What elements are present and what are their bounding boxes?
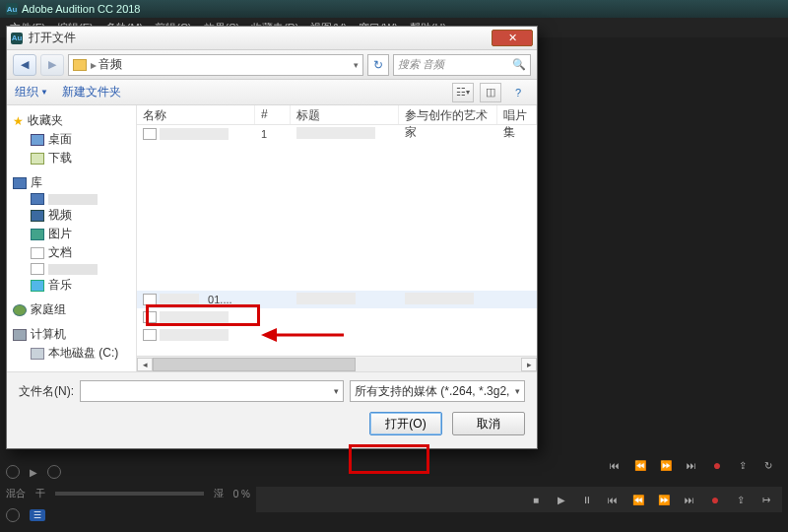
record2-icon[interactable]: ●: [709, 494, 721, 505]
dialog-address-bar: ◀ ▶ ▸ 音频 ▾ ↻ 搜索 音频 🔍: [7, 50, 537, 80]
rw2-icon[interactable]: ⏪: [632, 494, 644, 505]
dialog-close-button[interactable]: ✕: [492, 30, 533, 46]
prev-marker-icon[interactable]: ⏮: [609, 459, 621, 471]
documents-icon: [31, 247, 44, 259]
nav-lib-hidden2[interactable]: [13, 262, 136, 276]
dialog-toolbar: 组织▼ 新建文件夹 ☷▾ ◫ ?: [7, 80, 537, 105]
star-icon: ★: [13, 114, 24, 128]
nav-pane: ★收藏夹 桌面 下载 库 视频 图片 文档 音乐 家庭组 计算机 本地磁盘 (C…: [7, 105, 137, 371]
desktop-icon: [31, 134, 44, 146]
next2-icon[interactable]: ⏭: [684, 494, 695, 505]
transport-bar: ■ ▶ ⏸ ⏮ ⏪ ⏩ ⏭ ● ⇪ ↦: [256, 487, 782, 512]
file-icon: [143, 311, 157, 323]
breadcrumb-sep-icon: ▸: [91, 58, 97, 72]
nav-desktop[interactable]: 桌面: [13, 130, 136, 149]
nav-back-button[interactable]: ◀: [13, 54, 36, 76]
nav-videos[interactable]: 视频: [13, 206, 136, 225]
open-button[interactable]: 打开(O): [369, 412, 442, 435]
loop-icon[interactable]: [47, 465, 61, 479]
export-icon[interactable]: ⇪: [737, 459, 749, 471]
horizontal-scrollbar[interactable]: ◂ ▸: [137, 356, 537, 371]
address-dropdown-icon[interactable]: ▾: [354, 60, 359, 70]
skip-icon[interactable]: ↦: [760, 494, 772, 505]
nav-favorites[interactable]: ★收藏夹: [13, 111, 136, 130]
folder-icon: [73, 59, 87, 71]
file-icon: [143, 128, 157, 140]
nav-documents[interactable]: 文档: [13, 243, 136, 262]
nav-downloads[interactable]: 下载: [13, 149, 136, 167]
record-icon[interactable]: ●: [711, 459, 723, 471]
power2-icon[interactable]: [6, 508, 20, 522]
file-row[interactable]: 1: [137, 125, 537, 143]
col-name[interactable]: 名称: [137, 105, 255, 124]
search-input[interactable]: 搜索 音频 🔍: [393, 54, 531, 76]
filename-input[interactable]: ▾: [80, 380, 344, 402]
nav-pictures[interactable]: 图片: [13, 225, 136, 243]
nav-homegroup[interactable]: 家庭组: [13, 300, 136, 319]
col-album[interactable]: 唱片集: [497, 105, 537, 124]
downloads-icon: [31, 153, 44, 165]
effects-panel: ▶ 混合 干 湿 0 % ☰: [6, 461, 250, 526]
dialog-app-icon: Au: [11, 33, 23, 44]
chevron-down-icon[interactable]: ▾: [334, 386, 339, 396]
file-filter-select[interactable]: 所有支持的媒体 (*.264, *.3g2,▾: [350, 380, 525, 402]
video-icon: [31, 210, 44, 222]
dry-label: 干: [35, 487, 45, 500]
loop2-icon[interactable]: ↻: [762, 459, 774, 471]
rewind-icon[interactable]: ⏪: [634, 459, 646, 471]
col-title[interactable]: 标题: [291, 105, 399, 124]
chevron-down-icon[interactable]: ▾: [515, 386, 520, 396]
export2-icon[interactable]: ⇪: [735, 494, 747, 505]
refresh-button[interactable]: ↻: [367, 54, 389, 76]
organize-menu[interactable]: 组织▼: [15, 84, 48, 100]
cancel-button[interactable]: 取消: [452, 412, 525, 435]
preview-play-icon[interactable]: ▶: [30, 467, 37, 478]
next-marker-icon[interactable]: ⏭: [686, 459, 697, 471]
dialog-title: 打开文件: [29, 30, 76, 46]
nav-libraries[interactable]: 库: [13, 173, 136, 192]
list-view-icon[interactable]: ☰: [30, 509, 45, 521]
mix-value: 0 %: [233, 489, 250, 499]
col-number[interactable]: #: [255, 105, 291, 124]
transport-top: ⏮ ⏪ ⏩ ⏭ ● ⇪ ↻: [609, 459, 774, 471]
nav-forward-button[interactable]: ▶: [40, 54, 64, 76]
col-artist[interactable]: 参与创作的艺术家: [399, 105, 497, 124]
scroll-left-icon[interactable]: ◂: [137, 358, 153, 371]
file-row[interactable]: [137, 308, 537, 326]
scroll-right-icon[interactable]: ▸: [521, 358, 537, 371]
address-box[interactable]: ▸ 音频 ▾: [68, 54, 363, 76]
power-icon[interactable]: [6, 465, 20, 479]
file-icon: [143, 329, 157, 341]
breadcrumb-current[interactable]: 音频: [98, 56, 122, 73]
mix-label: 混合: [6, 487, 26, 500]
preview-pane-button[interactable]: ◫: [480, 83, 501, 102]
app-logo: Au: [6, 3, 18, 15]
app-titlebar: Au Adobe Audition CC 2018: [0, 0, 788, 18]
nav-music[interactable]: 音乐: [13, 276, 136, 295]
redacted-text: [48, 264, 98, 275]
newfolder-button[interactable]: 新建文件夹: [62, 84, 121, 100]
fastfwd-icon[interactable]: ⏩: [660, 459, 672, 471]
nav-lib-hidden[interactable]: [13, 192, 136, 206]
wet-label: 湿: [214, 487, 224, 500]
help-icon[interactable]: ?: [507, 83, 529, 102]
dialog-bottom: 文件名(N): ▾ 所有支持的媒体 (*.264, *.3g2,▾ 打开(O) …: [7, 371, 537, 448]
computer-icon: [13, 329, 27, 341]
documents-icon: [31, 263, 44, 275]
file-row[interactable]: [137, 326, 537, 344]
play-icon[interactable]: ▶: [556, 494, 567, 505]
stop-icon[interactable]: ■: [530, 494, 542, 505]
nav-computer[interactable]: 计算机: [13, 325, 136, 344]
file-row-selected[interactable]: _01....: [137, 291, 537, 308]
nav-drive-c[interactable]: 本地磁盘 (C:): [13, 344, 136, 363]
dialog-titlebar[interactable]: Au 打开文件 ✕: [7, 27, 537, 50]
mix-slider[interactable]: [55, 492, 204, 496]
pause-icon[interactable]: ⏸: [581, 494, 593, 505]
file-name-suffix: _01....: [202, 294, 232, 305]
column-headers[interactable]: 名称 # 标题 参与创作的艺术家 唱片集: [137, 105, 537, 125]
scroll-thumb[interactable]: [153, 358, 356, 371]
library-icon: [13, 177, 27, 189]
ff2-icon[interactable]: ⏩: [658, 494, 670, 505]
view-mode-button[interactable]: ☷▾: [452, 83, 474, 102]
prev2-icon[interactable]: ⏮: [607, 494, 619, 505]
